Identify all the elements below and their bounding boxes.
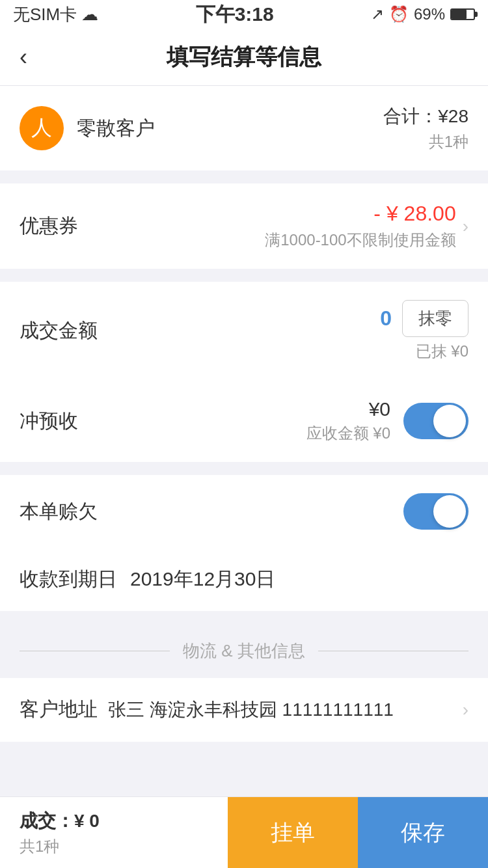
page-title: 填写结算等信息 (167, 42, 321, 72)
total-count: 共1种 (383, 131, 468, 152)
duedate-value: 2019年12月30日 (130, 566, 275, 593)
deal-right: 0 抹零 (380, 300, 468, 337)
logistics-header: 物流 & 其他信息 (0, 624, 488, 678)
bottom-count: 共1种 (20, 836, 208, 857)
coupon-amount: - ¥ 28.00 (265, 202, 455, 226)
bottom-deal-label: 成交： (20, 811, 74, 831)
address-section: 客户地址 张三 海淀永丰科技园 11111111111 › (0, 678, 488, 742)
toggle-knob (433, 405, 466, 437)
coupon-desc: 满1000-100不限制使用金额 (265, 230, 455, 251)
coupon-row[interactable]: 优惠券 - ¥ 28.00 满1000-100不限制使用金额 › (0, 183, 488, 269)
bottom-bar: 成交：¥ 0 共1种 挂单 保存 (0, 796, 488, 868)
customer-left: 人 零散客户 (20, 106, 155, 150)
pending-button[interactable]: 挂单 (228, 797, 358, 869)
round-button[interactable]: 抹零 (402, 300, 468, 337)
deal-value: 0 (380, 306, 392, 331)
prepay-row: 冲预收 ¥0 应收金额 ¥0 (0, 380, 488, 462)
address-row[interactable]: 客户地址 张三 海淀永丰科技园 11111111111 › (0, 678, 488, 742)
bottom-summary: 成交：¥ 0 共1种 (0, 809, 228, 857)
duedate-row: 收款到期日 2019年12月30日 (0, 548, 488, 611)
address-left: 客户地址 张三 海淀永丰科技园 11111111111 (20, 696, 394, 724)
status-bar: 无SIM卡 ☁ 下午3:18 ↗ ⏰ 69% (0, 0, 488, 29)
credit-section: 本单赊欠 收款到期日 2019年12月30日 (0, 475, 488, 611)
total-amount: 合计：¥28 (383, 104, 468, 129)
customer-row: 人 零散客户 合计：¥28 共1种 (0, 86, 488, 170)
bottom-deal-value: ¥ 0 (74, 811, 100, 831)
prepay-label: 冲预收 (20, 408, 78, 435)
prepay-value: ¥0 (306, 398, 390, 420)
coupon-section: 优惠券 - ¥ 28.00 满1000-100不限制使用金额 › (0, 183, 488, 269)
duedate-label: 收款到期日 (20, 566, 117, 593)
logistics-line-right (318, 651, 468, 651)
nav-bar: ‹ 填写结算等信息 (0, 29, 488, 86)
bottom-deal: 成交：¥ 0 (20, 809, 208, 834)
prepay-toggle[interactable] (403, 403, 468, 439)
customer-right: 合计：¥28 共1种 (383, 104, 468, 152)
battery-icon (450, 8, 475, 20)
logistics-label: 物流 & 其他信息 (183, 640, 305, 662)
address-value: 张三 海淀永丰科技园 11111111111 (108, 696, 394, 724)
prepay-amounts: ¥0 应收金额 ¥0 (306, 398, 390, 444)
credit-label: 本单赊欠 (20, 498, 98, 525)
credit-row: 本单赊欠 (0, 475, 488, 548)
deal-row: 成交金额 0 抹零 已抹 ¥0 (0, 282, 488, 380)
status-right: ↗ ⏰ 69% (371, 5, 475, 23)
avatar-icon: 人 (31, 114, 52, 142)
deal-section: 成交金额 0 抹零 已抹 ¥0 冲预收 ¥0 应收金额 ¥0 (0, 282, 488, 462)
coupon-right: - ¥ 28.00 满1000-100不限制使用金额 (265, 202, 455, 251)
sim-label: 无SIM卡 ☁ (13, 3, 98, 26)
address-chevron-icon: › (463, 699, 468, 720)
deal-sub: 已抹 ¥0 (380, 341, 468, 362)
status-time: 下午3:18 (196, 1, 274, 28)
prepay-sub: 应收金额 ¥0 (306, 423, 390, 444)
back-button[interactable]: ‹ (20, 44, 27, 71)
avatar: 人 (20, 106, 64, 150)
alarm-icon: ⏰ (389, 5, 409, 23)
prepay-right: ¥0 应收金额 ¥0 (306, 398, 468, 444)
customer-name: 零散客户 (77, 115, 155, 142)
chevron-icon: › (463, 216, 468, 237)
save-button[interactable]: 保存 (358, 797, 488, 869)
credit-toggle-knob (433, 495, 466, 528)
customer-section: 人 零散客户 合计：¥28 共1种 (0, 86, 488, 170)
status-left: 无SIM卡 ☁ (13, 3, 98, 26)
credit-toggle[interactable] (403, 493, 468, 530)
logistics-line-left (20, 651, 170, 651)
coupon-label: 优惠券 (20, 213, 78, 239)
location-icon: ↗ (371, 5, 384, 23)
battery-percent: 69% (414, 5, 445, 23)
deal-label: 成交金额 (20, 318, 98, 344)
address-key: 客户地址 (20, 696, 98, 723)
